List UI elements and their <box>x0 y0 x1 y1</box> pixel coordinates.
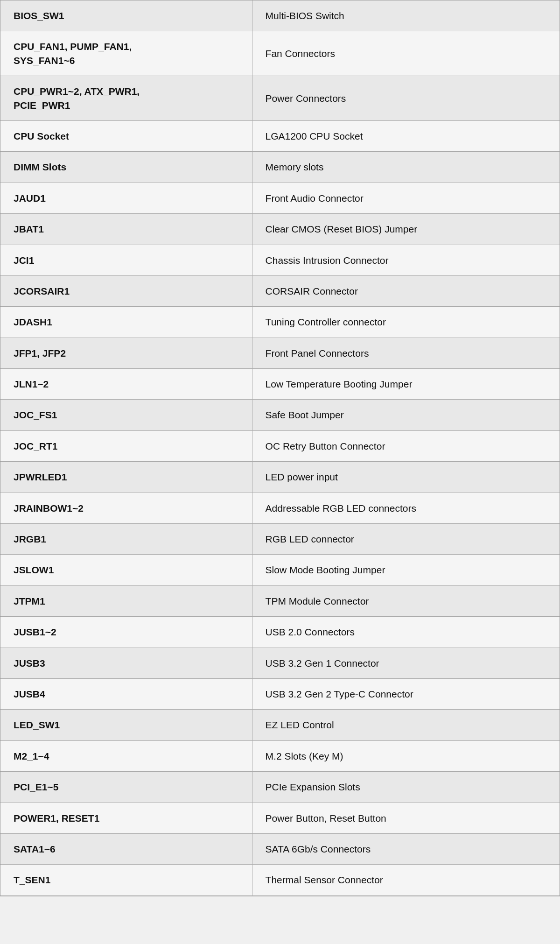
component-description: SATA 6Gb/s Connectors <box>252 833 560 864</box>
component-code: JUSB3 <box>0 648 252 678</box>
table-row: JDASH1Tuning Controller connector <box>0 307 560 338</box>
table-row: JRGB1RGB LED connector <box>0 524 560 555</box>
component-description: Power Button, Reset Button <box>252 803 560 833</box>
table-row: JUSB4USB 3.2 Gen 2 Type-C Connector <box>0 678 560 709</box>
component-code: JSLOW1 <box>0 555 252 585</box>
component-description: Addressable RGB LED connectors <box>252 493 560 523</box>
component-code: DIMM Slots <box>0 152 252 183</box>
component-code: JCORSAIR1 <box>0 275 252 306</box>
table-row: JOC_FS1Safe Boot Jumper <box>0 400 560 430</box>
component-code: JRGB1 <box>0 524 252 555</box>
table-row: CPU SocketLGA1200 CPU Socket <box>0 120 560 151</box>
component-description: Multi-BIOS Switch <box>252 0 560 31</box>
component-description: USB 3.2 Gen 2 Type-C Connector <box>252 678 560 709</box>
table-row: JUSB3USB 3.2 Gen 1 Connector <box>0 648 560 678</box>
component-description: M.2 Slots (Key M) <box>252 740 560 771</box>
component-code: CPU Socket <box>0 120 252 151</box>
component-description: EZ LED Control <box>252 710 560 740</box>
component-description: Memory slots <box>252 152 560 183</box>
table-row: JTPM1TPM Module Connector <box>0 585 560 616</box>
table-row: CPU_PWR1~2, ATX_PWR1,PCIE_PWR1Power Conn… <box>0 76 560 121</box>
table-row: JLN1~2Low Temperature Booting Jumper <box>0 369 560 400</box>
component-code: JUSB4 <box>0 678 252 709</box>
component-description: TPM Module Connector <box>252 585 560 616</box>
component-description: RGB LED connector <box>252 524 560 555</box>
table-row: JCI1Chassis Intrusion Connector <box>0 245 560 275</box>
component-code: CPU_FAN1, PUMP_FAN1,SYS_FAN1~6 <box>0 31 252 76</box>
table-row: JAUD1Front Audio Connector <box>0 183 560 213</box>
component-description: CORSAIR Connector <box>252 275 560 306</box>
component-code: JCI1 <box>0 245 252 275</box>
table: BIOS_SW1Multi-BIOS SwitchCPU_FAN1, PUMP_… <box>0 0 560 896</box>
table-row: JBAT1Clear CMOS (Reset BIOS) Jumper <box>0 214 560 245</box>
component-code: JFP1, JFP2 <box>0 338 252 368</box>
component-description: Safe Boot Jumper <box>252 400 560 430</box>
component-code: BIOS_SW1 <box>0 0 252 31</box>
table-row: PCI_E1~5PCIe Expansion Slots <box>0 772 560 803</box>
component-code: SATA1~6 <box>0 833 252 864</box>
component-description: USB 2.0 Connectors <box>252 617 560 648</box>
table-row: T_SEN1Thermal Sensor Connector <box>0 865 560 895</box>
component-code: JTPM1 <box>0 585 252 616</box>
table-row: SATA1~6SATA 6Gb/s Connectors <box>0 833 560 864</box>
table-row: JOC_RT1OC Retry Button Connector <box>0 430 560 461</box>
component-code: CPU_PWR1~2, ATX_PWR1,PCIE_PWR1 <box>0 76 252 121</box>
component-code: JUSB1~2 <box>0 617 252 648</box>
table-row: LED_SW1EZ LED Control <box>0 710 560 740</box>
component-description: USB 3.2 Gen 1 Connector <box>252 648 560 678</box>
component-description: Front Panel Connectors <box>252 338 560 368</box>
component-code: LED_SW1 <box>0 710 252 740</box>
table-row: JUSB1~2USB 2.0 Connectors <box>0 617 560 648</box>
component-description: Thermal Sensor Connector <box>252 865 560 895</box>
table-row: JPWRLED1LED power input <box>0 462 560 493</box>
component-description: LED power input <box>252 462 560 493</box>
component-description: Low Temperature Booting Jumper <box>252 369 560 400</box>
component-code: JOC_RT1 <box>0 430 252 461</box>
component-code: JRAINBOW1~2 <box>0 493 252 523</box>
component-code: JDASH1 <box>0 307 252 338</box>
component-code: M2_1~4 <box>0 740 252 771</box>
component-description: Clear CMOS (Reset BIOS) Jumper <box>252 214 560 245</box>
table-row: BIOS_SW1Multi-BIOS Switch <box>0 0 560 31</box>
component-description: Power Connectors <box>252 76 560 121</box>
table-row: M2_1~4M.2 Slots (Key M) <box>0 740 560 771</box>
component-description: LGA1200 CPU Socket <box>252 120 560 151</box>
component-description: OC Retry Button Connector <box>252 430 560 461</box>
table-row: JRAINBOW1~2Addressable RGB LED connector… <box>0 493 560 523</box>
table-row: DIMM SlotsMemory slots <box>0 152 560 183</box>
component-table: BIOS_SW1Multi-BIOS SwitchCPU_FAN1, PUMP_… <box>0 0 560 896</box>
component-description: Slow Mode Booting Jumper <box>252 555 560 585</box>
table-row: CPU_FAN1, PUMP_FAN1,SYS_FAN1~6Fan Connec… <box>0 31 560 76</box>
component-code: T_SEN1 <box>0 865 252 895</box>
table-row: POWER1, RESET1Power Button, Reset Button <box>0 803 560 833</box>
component-code: POWER1, RESET1 <box>0 803 252 833</box>
component-code: JPWRLED1 <box>0 462 252 493</box>
component-code: PCI_E1~5 <box>0 772 252 803</box>
component-description: PCIe Expansion Slots <box>252 772 560 803</box>
component-description: Front Audio Connector <box>252 183 560 213</box>
component-code: JAUD1 <box>0 183 252 213</box>
component-description: Tuning Controller connector <box>252 307 560 338</box>
component-code: JOC_FS1 <box>0 400 252 430</box>
component-code: JBAT1 <box>0 214 252 245</box>
component-description: Fan Connectors <box>252 31 560 76</box>
table-row: JCORSAIR1CORSAIR Connector <box>0 275 560 306</box>
table-row: JFP1, JFP2Front Panel Connectors <box>0 338 560 368</box>
table-row: JSLOW1Slow Mode Booting Jumper <box>0 555 560 585</box>
component-description: Chassis Intrusion Connector <box>252 245 560 275</box>
component-code: JLN1~2 <box>0 369 252 400</box>
